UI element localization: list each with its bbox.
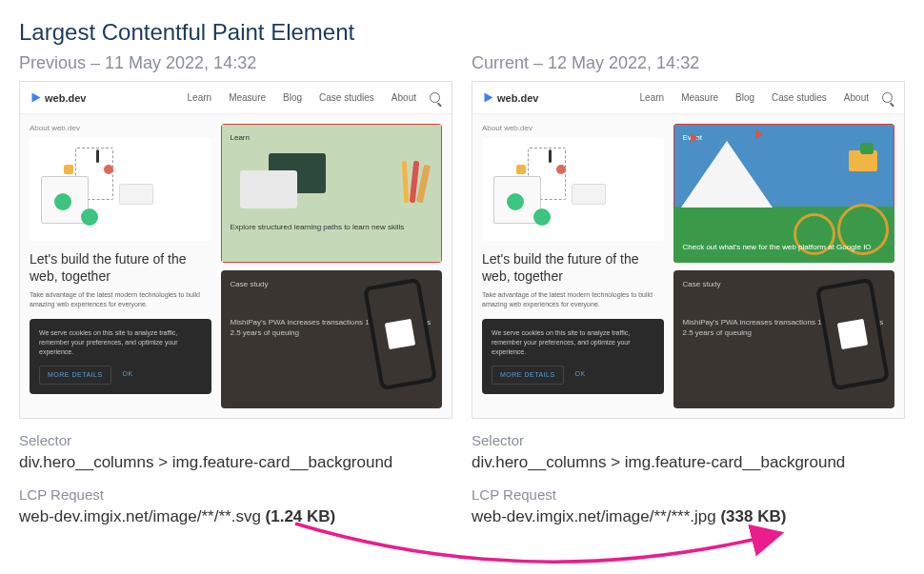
cookie-banner: We serve cookies on this site to analyze… (482, 319, 664, 394)
site-header: web.dev Learn Measure Blog Case studies … (20, 82, 452, 114)
nav-link[interactable]: About (844, 92, 869, 103)
nav-link[interactable]: Learn (640, 92, 665, 103)
event-card[interactable]: Event Check out what's new for the web p… (673, 124, 894, 263)
site-name: web.dev (45, 92, 86, 104)
search-icon[interactable] (430, 92, 440, 103)
phone-illustration (363, 277, 437, 390)
cookie-more-button[interactable]: MORE DETAILS (39, 366, 111, 385)
site-name: web.dev (497, 92, 538, 104)
lcp-request-value: web-dev.imgix.net/image/**/**.svg (1.24 … (19, 506, 452, 527)
comparison-container: Previous – 11 May 2022, 14:32 web.dev Le… (19, 53, 905, 541)
selector-label: Selector (472, 432, 905, 448)
nav-link[interactable]: Measure (229, 92, 266, 103)
about-label: About web.dev (482, 124, 664, 132)
phone-illustration (815, 277, 890, 390)
previous-label: Previous – 11 May 2022, 14:32 (19, 53, 452, 73)
lcp-request-value: web-dev.imgix.net/image/**/***.jpg (338 … (472, 506, 905, 527)
nav-link[interactable]: Blog (735, 92, 754, 103)
nav-link[interactable]: Measure (681, 92, 718, 103)
lcp-size: (338 KB) (720, 507, 786, 525)
page-title: Largest Contentful Paint Element (19, 19, 905, 46)
current-screenshot: web.dev Learn Measure Blog Case studies … (472, 81, 905, 419)
nav-link[interactable]: Case studies (319, 92, 374, 103)
lcp-size: (1.24 KB) (266, 507, 336, 525)
nav-link[interactable]: Case studies (772, 92, 827, 103)
hero-illustration (482, 138, 664, 241)
site-nav: Learn Measure Blog Case studies About (188, 92, 416, 103)
site-nav: Learn Measure Blog Case studies About (640, 92, 869, 103)
hero-heading: Let's build the future of the web, toget… (482, 250, 664, 285)
learn-card[interactable]: Learn Explore structured learning paths … (221, 124, 442, 263)
cookie-text: We serve cookies on this site to analyze… (492, 328, 654, 356)
current-label: Current – 12 May 2022, 14:32 (472, 53, 905, 73)
learn-text: Explore structured learning paths to lea… (231, 222, 432, 232)
selector-label: Selector (19, 432, 452, 448)
tent-illustration (681, 141, 773, 208)
current-column: Current – 12 May 2022, 14:32 web.dev Lea… (472, 53, 905, 541)
learn-illustration (231, 148, 432, 214)
cookie-text: We serve cookies on this site to analyze… (39, 328, 202, 356)
site-logo: web.dev (484, 92, 538, 104)
site-logo: web.dev (31, 92, 86, 104)
logo-icon (485, 93, 493, 103)
hero-heading: Let's build the future of the web, toget… (30, 250, 211, 285)
case-study-card[interactable]: Case study MishiPay's PWA increases tran… (221, 270, 442, 409)
previous-screenshot: web.dev Learn Measure Blog Case studies … (19, 81, 452, 419)
learn-label: Learn (231, 133, 432, 142)
about-label: About web.dev (30, 124, 211, 132)
hero-subtext: Take advantage of the latest modern tech… (30, 290, 211, 309)
cookie-more-button[interactable]: MORE DETAILS (492, 366, 564, 385)
search-icon[interactable] (882, 92, 893, 103)
lcp-request-label: LCP Request (19, 486, 452, 503)
cookie-ok-button[interactable]: OK (119, 366, 137, 385)
logo-icon (32, 93, 41, 103)
nav-link[interactable]: Blog (283, 92, 302, 103)
nav-link[interactable]: Learn (188, 92, 212, 103)
current-metadata: Selector div.hero__columns > img.feature… (472, 432, 905, 527)
nav-link[interactable]: About (392, 92, 416, 103)
lcp-request-label: LCP Request (472, 486, 905, 503)
selector-value: div.hero__columns > img.feature-card__ba… (19, 452, 452, 473)
site-header: web.dev Learn Measure Blog Case studies … (472, 82, 904, 114)
hero-subtext: Take advantage of the latest modern tech… (482, 290, 664, 309)
hero-illustration (30, 138, 211, 241)
event-text: Check out what's new for the web platfor… (683, 242, 872, 252)
selector-value: div.hero__columns > img.feature-card__ba… (472, 452, 905, 473)
cookie-ok-button[interactable]: OK (572, 366, 590, 385)
cookie-banner: We serve cookies on this site to analyze… (30, 319, 211, 394)
previous-metadata: Selector div.hero__columns > img.feature… (19, 432, 452, 527)
case-study-card[interactable]: Case study MishiPay's PWA increases tran… (673, 270, 894, 409)
previous-column: Previous – 11 May 2022, 14:32 web.dev Le… (19, 53, 452, 541)
